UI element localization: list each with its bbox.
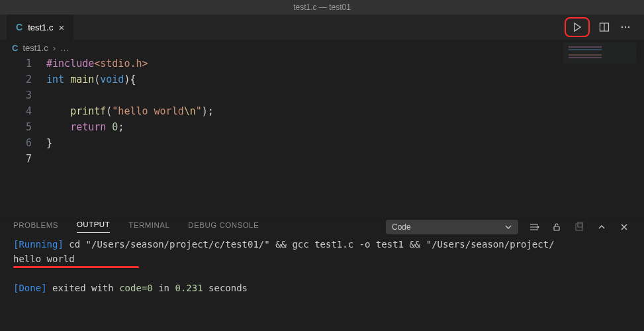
line-gutter: 1 2 3 4 5 6 7 [0, 56, 46, 167]
split-editor-icon[interactable] [598, 21, 611, 34]
tab-output[interactable]: Output [77, 220, 110, 233]
close-panel-icon[interactable] [618, 220, 631, 234]
tab-problems[interactable]: Problems [13, 221, 58, 233]
output-channel-select[interactable]: Code [386, 220, 518, 234]
editor-actions [565, 15, 644, 40]
c-file-icon: C [16, 22, 23, 32]
output-hello: hello world [13, 254, 75, 264]
panel-tabs: Problems Output Terminal Debug Console C… [0, 219, 644, 234]
annotation-underline [13, 266, 139, 268]
play-icon[interactable] [571, 21, 584, 34]
c-file-icon: C [12, 43, 18, 53]
close-icon[interactable]: × [58, 22, 64, 33]
svg-point-2 [621, 26, 623, 28]
tab-debug-console[interactable]: Debug Console [188, 221, 259, 233]
svg-point-3 [625, 26, 626, 28]
chevron-right-icon: › [53, 43, 56, 53]
more-actions-icon[interactable] [619, 21, 632, 34]
svg-rect-7 [578, 222, 582, 227]
tab-terminal[interactable]: Terminal [128, 221, 169, 233]
code-editor[interactable]: 1 2 3 4 5 6 7 #include<stdio.h> int main… [0, 56, 644, 167]
window-title: test1.c — test01 [293, 3, 351, 12]
chevron-up-icon[interactable] [595, 220, 608, 234]
svg-rect-5 [554, 226, 559, 230]
svg-point-4 [628, 26, 629, 28]
breadcrumb-trail: … [60, 43, 69, 53]
editor-tab-bar: C test1.c × [0, 15, 644, 40]
tab-label: test1.c [28, 23, 53, 32]
clear-output-icon[interactable] [573, 220, 586, 234]
bottom-panel: Problems Output Terminal Debug Console C… [0, 218, 644, 331]
lock-icon[interactable] [550, 220, 563, 234]
code-body[interactable]: #include<stdio.h> int main(void){ printf… [46, 56, 644, 167]
run-button-highlight [565, 17, 590, 37]
tab-test1-c[interactable]: C test1.c × [7, 15, 74, 40]
window-title-bar: test1.c — test01 [0, 0, 644, 15]
output-body[interactable]: [Running] cd "/Users/season/project/c/te… [0, 234, 644, 331]
minimap[interactable] [563, 42, 636, 64]
filter-icon[interactable] [528, 220, 541, 234]
breadcrumb[interactable]: C test1.c › … [0, 40, 644, 56]
breadcrumb-file: test1.c [23, 43, 48, 53]
chevron-down-icon [504, 223, 512, 231]
